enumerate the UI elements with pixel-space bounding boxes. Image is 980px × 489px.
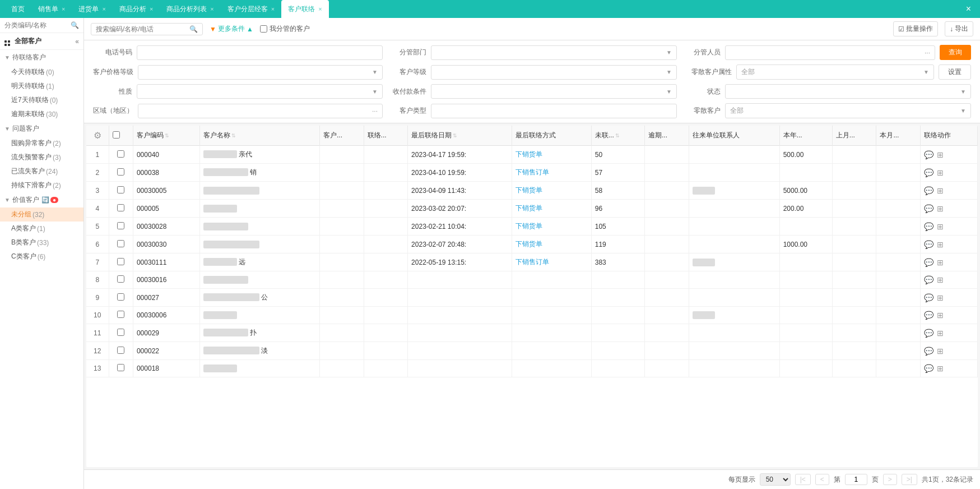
qr-icon[interactable]: ⊞ (937, 347, 944, 356)
message-icon[interactable]: 💬 (924, 329, 933, 338)
last-page-btn[interactable]: >| (902, 474, 917, 485)
close-sales-tab[interactable]: × (62, 6, 65, 12)
close-analysis-list-tab[interactable]: × (210, 6, 213, 12)
nav-tab-purchase[interactable]: 进货单 × (72, 0, 112, 18)
sidebar-item-churn-warning[interactable]: 流失预警客户(3) (0, 150, 83, 164)
nav-tab-analysis[interactable]: 商品分析 × (113, 0, 160, 18)
export-button[interactable]: ↓ 导出 (945, 21, 973, 36)
contact-way-link[interactable]: 下销货单 (515, 204, 542, 212)
qr-icon[interactable]: ⊞ (937, 186, 944, 195)
my-customers-checkbox[interactable] (260, 25, 267, 33)
nav-tab-customer-layer[interactable]: 客户分层经客 × (221, 0, 281, 18)
message-icon[interactable]: 💬 (924, 311, 933, 320)
sidebar-item-class-b[interactable]: B类客户(33) (0, 236, 83, 250)
first-page-btn[interactable]: |< (795, 474, 811, 485)
message-icon[interactable]: 💬 (924, 240, 933, 249)
page-size-select[interactable]: 50 100 200 (760, 473, 791, 486)
region-select[interactable]: ··· (138, 104, 383, 118)
row-checkbox[interactable] (117, 293, 124, 301)
row-checkbox[interactable] (117, 275, 124, 283)
nav-tab-analysis-list[interactable]: 商品分析列表 × (160, 0, 220, 18)
more-conditions-btn[interactable]: ▼ 更多条件 ▲ (210, 24, 253, 34)
filter-search-icon[interactable]: 🔍 (189, 25, 198, 33)
close-customer-contact-tab[interactable]: × (318, 6, 322, 12)
message-icon[interactable]: 💬 (924, 275, 933, 284)
all-customers-header[interactable]: 全部客户 « (0, 33, 83, 50)
qr-icon[interactable]: ⊞ (937, 204, 944, 213)
qr-icon[interactable]: ⊞ (937, 364, 944, 373)
sidebar-group-problem-customers[interactable]: ▼ 问题客户 (0, 121, 83, 136)
row-checkbox[interactable] (117, 364, 124, 371)
filter-search-input[interactable] (96, 25, 187, 33)
row-checkbox[interactable] (117, 204, 124, 211)
sidebar-item-tomorrow-pending[interactable]: 明天待联络(1) (0, 79, 83, 93)
row-checkbox[interactable] (117, 150, 124, 158)
nav-tab-sales[interactable]: 销售单 × (31, 0, 72, 18)
close-purchase-tab[interactable]: × (102, 6, 105, 12)
sidebar-group-pending-contact[interactable]: ▼ 待联络客户 (0, 50, 83, 65)
close-customer-layer-tab[interactable]: × (271, 6, 275, 12)
dept-select[interactable]: ▼ (431, 45, 677, 60)
message-icon[interactable]: 💬 (924, 364, 933, 373)
message-icon[interactable]: 💬 (924, 150, 933, 159)
message-icon[interactable]: 💬 (924, 258, 933, 267)
retail-attr-select[interactable]: 全部 ▼ (736, 64, 934, 80)
qr-icon[interactable]: ⊞ (937, 240, 944, 249)
close-analysis-tab[interactable]: × (150, 6, 153, 12)
row-checkbox[interactable] (117, 186, 124, 193)
reset-button[interactable]: 设置 (939, 64, 971, 80)
row-checkbox[interactable] (117, 347, 124, 354)
sidebar-item-7day-pending[interactable]: 近7天待联络(0) (0, 93, 83, 107)
sidebar-item-abnormal-hoard[interactable]: 囤购异常客户(2) (0, 136, 83, 150)
qr-icon[interactable]: ⊞ (937, 275, 944, 284)
row-checkbox[interactable] (117, 329, 124, 336)
qr-icon[interactable]: ⊞ (937, 222, 944, 231)
window-close-button[interactable]: × (962, 4, 976, 14)
sidebar-group-value-customers[interactable]: ▼ 价值客户 🔄 ● (0, 192, 83, 207)
contact-way-link[interactable]: 下销货单 (515, 150, 542, 158)
message-icon[interactable]: 💬 (924, 186, 933, 195)
contact-way-link[interactable]: 下销货单 (515, 186, 542, 194)
contact-way-link[interactable]: 下销售订单 (515, 168, 549, 176)
customer-type-select[interactable] (431, 104, 677, 118)
price-level-select[interactable]: ▼ (138, 65, 383, 80)
qr-icon[interactable]: ⊞ (937, 150, 944, 159)
sidebar-item-overdue-contact[interactable]: 逾期未联络(30) (0, 107, 83, 121)
nav-home[interactable]: 首页 (4, 0, 31, 18)
status-select[interactable]: ▼ (725, 84, 971, 99)
prev-page-btn[interactable]: < (815, 474, 829, 485)
batch-ops-button[interactable]: ☑ 批量操作 (893, 21, 938, 36)
page-number-input[interactable] (845, 474, 867, 485)
next-page-btn[interactable]: > (883, 474, 897, 485)
message-icon[interactable]: 💬 (924, 347, 933, 356)
message-icon[interactable]: 💬 (924, 168, 933, 177)
sidebar-search-icon[interactable]: 🔍 (71, 21, 79, 29)
contact-way-link[interactable]: 下销货单 (515, 222, 542, 230)
sidebar-item-declining[interactable]: 持续下滑客户(2) (0, 178, 83, 192)
sidebar-search-input[interactable] (4, 21, 71, 29)
row-checkbox[interactable] (117, 311, 124, 318)
nature-select[interactable]: ▼ (137, 84, 383, 99)
contact-way-link[interactable]: 下销售订单 (515, 258, 549, 266)
qr-icon[interactable]: ⊞ (937, 293, 944, 302)
row-checkbox[interactable] (117, 222, 124, 229)
row-checkbox[interactable] (117, 168, 124, 176)
phone-input[interactable] (137, 45, 383, 60)
table-settings-icon[interactable]: ⚙ (91, 128, 104, 142)
payment-select[interactable]: ▼ (431, 84, 677, 99)
sidebar-item-today-pending[interactable]: 今天待联络(0) (0, 65, 83, 79)
message-icon[interactable]: 💬 (924, 204, 933, 213)
row-checkbox[interactable] (117, 258, 124, 265)
manager-select[interactable]: ··· (725, 45, 935, 60)
sidebar-item-ungrouped[interactable]: 未分组(32) (0, 207, 83, 222)
sidebar-item-churned[interactable]: 已流失客户(24) (0, 164, 83, 178)
sidebar-item-class-a[interactable]: A类客户(1) (0, 222, 83, 236)
customer-level-select[interactable]: ▼ (431, 65, 677, 80)
select-all-checkbox[interactable] (113, 131, 120, 139)
message-icon[interactable]: 💬 (924, 293, 933, 302)
retail-customer-select[interactable]: 全部 ▼ (725, 103, 971, 118)
qr-icon[interactable]: ⊞ (937, 168, 944, 177)
sidebar-item-class-c[interactable]: C类客户(6) (0, 250, 83, 264)
qr-icon[interactable]: ⊞ (937, 311, 944, 320)
query-button[interactable]: 查询 (940, 45, 971, 60)
